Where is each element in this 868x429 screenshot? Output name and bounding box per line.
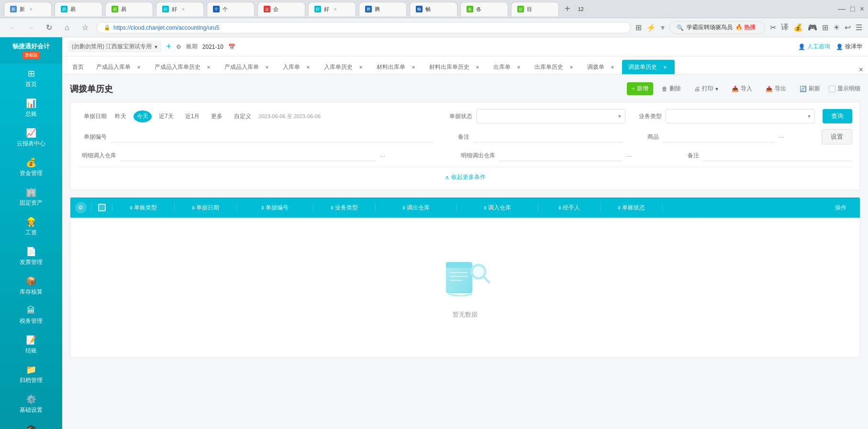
sidebar-item-funds[interactable]: 💰 资金管理 [0,153,62,182]
new-button[interactable]: + 新增 [627,82,653,95]
import-button[interactable]: 📥 导入 [727,82,757,95]
date-btn-yesterday[interactable]: 昨天 [111,110,131,122]
th-checkbox-cell[interactable] [91,204,112,211]
goods-filter-input[interactable] [663,132,775,143]
status-filter-select[interactable]: ▾ [476,109,625,123]
date-btn-1month[interactable]: 近1月 [181,110,204,122]
goods-filter-more-icon[interactable]: ··· [779,133,784,141]
page-tab-4[interactable]: 入库单 × [277,60,318,74]
th-doc-type[interactable]: 单账类型 [112,204,175,212]
page-tab-10[interactable]: 调拨单 × [581,60,622,74]
tab-close-4[interactable]: × [182,7,185,12]
calendar-icon[interactable]: 📅 [228,44,235,50]
add-company-button[interactable]: + [166,42,171,52]
page-tab-7[interactable]: 材料出库单历史 × [423,60,487,74]
page-tab-close-9[interactable]: × [568,64,575,71]
sidebar-item-guide[interactable]: 🎓 新手引导 [0,419,62,429]
new-tab-button[interactable]: + [565,3,570,14]
back-button[interactable]: ← [6,21,19,34]
page-tab-1[interactable]: 产成品入库单 × [90,60,148,74]
remark-filter-input[interactable] [473,132,623,143]
docno-filter-input[interactable] [111,132,433,143]
page-tab-close-8[interactable]: × [515,64,522,71]
browser-tab-11[interactable]: 目 目 [511,2,559,16]
page-tab-close-4[interactable]: × [305,64,312,71]
address-bar[interactable]: 🔒 https://cloud.chanjet.com/accounting/u… [97,22,631,33]
date-btn-today[interactable]: 今天 [134,110,152,122]
service-button[interactable]: 👤 人工咨询 [798,43,830,51]
page-tab-close-1[interactable]: × [135,64,142,71]
collapse-button[interactable]: ∧ 收起更多条件 [439,171,491,183]
undo-button[interactable]: ↩ [845,23,851,32]
user-profile-button[interactable]: 👤 徐泽华 [836,43,862,51]
browser-tab-10[interactable]: 各 各 [460,2,508,16]
browser-tab-3[interactable]: 易 易 [105,2,153,16]
search-bar[interactable]: 🔍 学霸应聘场驱鸟员 🔥 热搜 [669,21,765,34]
wh-out-filter-input[interactable] [499,150,623,161]
minimize-button[interactable]: — [838,5,846,13]
th-handler[interactable]: 经手人 [538,204,601,212]
display-checkbox[interactable] [829,86,835,92]
dropdown-button[interactable]: ▾ [661,23,665,32]
brightness-button[interactable]: ☀ [833,23,840,32]
page-tab-close-11[interactable]: × [662,64,668,71]
tab-close-1[interactable]: × [30,7,33,12]
close-all-tabs-button[interactable]: × [854,66,868,74]
browser-tab-5[interactable]: 个 个 [207,2,255,16]
page-tab-close-10[interactable]: × [609,64,616,71]
browser-tab-1[interactable]: 新 新 × [4,2,52,16]
page-tab-11[interactable]: 调拨单历史 × [622,60,675,74]
th-wh-out[interactable]: 调出仓库 [376,204,457,212]
extensions-button[interactable]: ⊞ [635,23,642,32]
sidebar-item-reports[interactable]: 📈 云报表中心 [0,123,62,153]
browser-tab-8[interactable]: 腾 腾 [359,2,407,16]
wh-in-filter-more-icon[interactable]: ··· [380,152,386,160]
wallet-button[interactable]: 💰 [793,23,803,32]
sidebar-item-ledger[interactable]: 📊 总账 [0,93,62,123]
th-doc-no[interactable]: 单据编号 [237,204,313,212]
date-btn-custom[interactable]: 自定义 [230,110,256,122]
remark2-filter-input[interactable] [703,150,852,161]
page-tab-close-2[interactable]: × [205,64,212,71]
company-selector[interactable]: (勿删勿禁用) 江西服宝测试专用 ▾ [68,41,161,53]
wh-out-filter-more-icon[interactable]: ··· [626,152,632,160]
star-button[interactable]: ☆ [78,21,92,34]
sidebar-item-tax[interactable]: 🏛 税务管理 [0,301,62,330]
lightning-button[interactable]: ⚡ [646,23,656,32]
th-settings[interactable]: ⚙ [70,202,91,213]
delete-button[interactable]: 🗑 删除 [657,82,686,95]
page-tab-9[interactable]: 出库单历史 × [528,60,581,74]
browser-tab-4[interactable]: 好 好 × [156,2,204,16]
browser-tab-2[interactable]: 易 易 [55,2,102,16]
sidebar-item-assets[interactable]: 🏢 固定资产 [0,182,62,212]
sidebar-item-invoice[interactable]: 📄 发票管理 [0,242,62,271]
wh-in-filter-input[interactable] [120,150,376,161]
tab-close-7[interactable]: × [334,7,337,12]
sidebar-item-settings[interactable]: ⚙️ 基础设置 [0,389,62,419]
maximize-button[interactable]: □ [850,5,855,13]
grid-button[interactable]: ⊞ [822,23,828,32]
th-biz-type[interactable]: 业务类型 [313,204,376,212]
page-tab-close-5[interactable]: × [357,64,364,71]
browser-tab-7[interactable]: 好 好 × [308,2,356,16]
page-tab-close-7[interactable]: × [474,64,481,71]
sidebar-item-inventory[interactable]: 📦 库存核算 [0,271,62,301]
query-button[interactable]: 查询 [823,109,852,123]
export-button[interactable]: 📤 导出 [761,82,791,95]
page-tab-home[interactable]: 首页 [66,60,90,74]
page-tab-close-3[interactable]: × [264,64,270,71]
close-button[interactable]: × [860,5,864,13]
sidebar-item-closing[interactable]: 📝 结账 [0,330,62,360]
refresh-page-button[interactable]: 🔄 刷新 [795,82,825,95]
refresh-nav-button[interactable]: ↻ [42,21,56,34]
sidebar-item-payroll[interactable]: 👷 工资 [0,212,62,242]
setting-button[interactable]: 设置 [822,129,852,144]
page-tab-5[interactable]: 入库单历史 × [318,60,370,74]
scissors-button[interactable]: ✂ [770,23,776,32]
settings-gear-icon[interactable]: ⚙ [176,44,181,50]
page-tab-3[interactable]: 产成品入库单 × [218,60,277,74]
menu-button[interactable]: ☰ [856,23,862,32]
date-btn-7days[interactable]: 近7天 [155,110,178,122]
translate-button[interactable]: 译 [781,22,789,33]
browser-tab-6[interactable]: 企 企 [257,2,305,16]
